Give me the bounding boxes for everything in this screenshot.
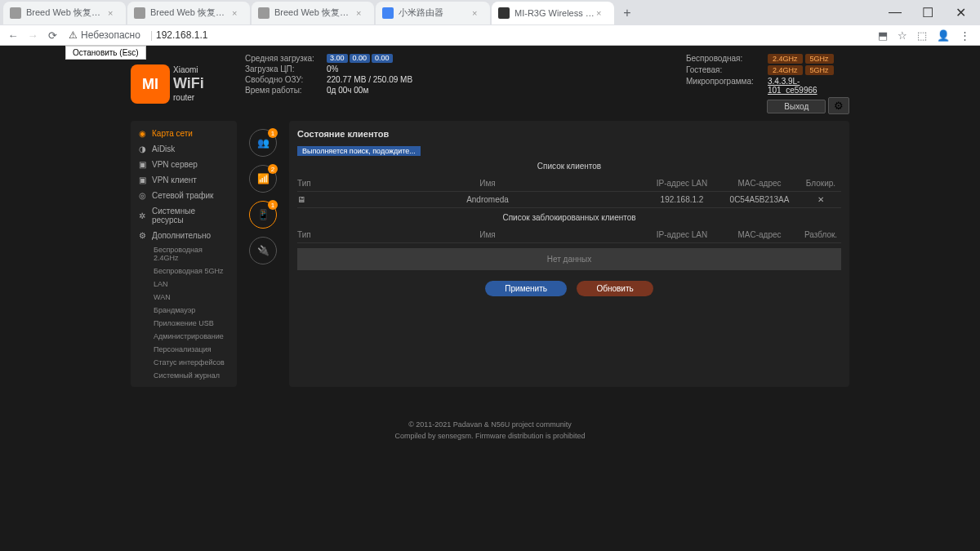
sidebar-label: VPN клиент <box>152 176 197 184</box>
block-button[interactable]: ✕ <box>800 195 841 204</box>
freq-24-chip[interactable]: 2.4GHz <box>768 54 803 64</box>
logo-sub: router <box>173 93 204 103</box>
close-icon[interactable]: × <box>596 8 608 18</box>
stat-value: 0% <box>327 64 338 73</box>
sidebar-item-vpnclient[interactable]: ▣VPN клиент <box>131 172 237 188</box>
client-name: Andromeda <box>330 195 645 204</box>
maximize-button[interactable]: ☐ <box>911 5 944 20</box>
tab-breed-3[interactable]: Breed Web 恢复控制台× <box>252 2 374 24</box>
exit-button[interactable]: Выход <box>767 100 826 113</box>
url-field[interactable]: ⚠ Небезопасно | 192.168.1.1 <box>62 29 871 41</box>
logo-brand: Xiaomi <box>173 65 204 75</box>
searching-msg: Выполняется поиск, подождите... <box>297 146 421 156</box>
sub-ifstatus[interactable]: Статус интерфейсов <box>131 356 237 369</box>
traffic-icon: ◎ <box>139 191 147 200</box>
stop-tooltip: Остановить (Esc) <box>65 46 146 60</box>
warning-icon: ⚠ <box>69 29 78 41</box>
close-icon[interactable]: × <box>472 8 483 18</box>
stat-label: Время работы: <box>245 86 327 95</box>
footer: © 2011-2021 Padavan & N56U project commu… <box>131 420 849 442</box>
stats-right: Беспроводная:2.4GHz5GHz Гостевая:2.4GHz5… <box>686 54 849 114</box>
section-title: Состояние клиентов <box>297 129 841 139</box>
router-page: MI Xiaomi WiFi router Средняя загрузка:3… <box>0 46 980 551</box>
sidebar-item-resources[interactable]: ✲Системные ресурсы <box>131 203 237 228</box>
close-icon[interactable]: × <box>356 8 368 18</box>
page-icon <box>258 7 270 19</box>
badge: 1 <box>268 128 278 138</box>
profile-icon[interactable]: 👤 <box>937 29 950 42</box>
clients-icon[interactable]: 👥1 <box>249 129 277 157</box>
page-icon <box>498 7 510 19</box>
sub-usb[interactable]: Приложение USB <box>131 317 237 330</box>
sub-wireless24[interactable]: Беспроводная 2.4GHz <box>131 243 237 264</box>
page-icon <box>382 7 394 19</box>
server-icon: ▣ <box>139 160 147 169</box>
tab-title: Breed Web 恢复控制台 <box>150 7 232 19</box>
footer-copyright: © 2011-2021 Padavan & N56U project commu… <box>131 420 849 431</box>
stat-label: Беспроводная: <box>686 54 768 64</box>
reload-button[interactable]: ⟳ <box>42 29 62 42</box>
badge: 1 <box>268 200 278 210</box>
clients-subtitle: Список клиентов <box>297 162 841 171</box>
sub-wireless5[interactable]: Беспроводная 5GHz <box>131 264 237 278</box>
close-button[interactable]: ✕ <box>944 5 977 20</box>
guest-5-chip[interactable]: 5GHz <box>805 65 834 75</box>
client-icon: ▣ <box>139 176 147 184</box>
sidebar-label: Карта сети <box>152 129 193 138</box>
logo: MI Xiaomi WiFi router <box>131 54 237 114</box>
guest-24-chip[interactable]: 2.4GHz <box>768 65 803 75</box>
sub-admin[interactable]: Администрирование <box>131 330 237 343</box>
forward-button[interactable]: → <box>23 29 42 42</box>
load-chip: 3.00 <box>327 54 348 63</box>
devices-icon[interactable]: 📱1 <box>249 201 277 229</box>
sub-syslog[interactable]: Системный журнал <box>131 369 237 382</box>
sub-lan[interactable]: LAN <box>131 278 237 291</box>
bookmark-icon[interactable]: ☆ <box>898 29 907 42</box>
close-icon[interactable]: × <box>108 8 119 18</box>
menu-icon[interactable]: ⋮ <box>960 29 970 42</box>
minimize-button[interactable]: ― <box>879 5 911 20</box>
sidebar-item-vpnserver[interactable]: ▣VPN сервер <box>131 157 237 172</box>
col-name: Имя <box>330 230 645 239</box>
table-row: 🖥 Andromeda 192.168.1.2 0C54A5B213AA ✕ <box>297 192 841 208</box>
sidebar-item-advanced[interactable]: ⚙Дополнительно <box>131 228 237 243</box>
refresh-button[interactable]: Обновить <box>577 281 653 296</box>
tab-xiaomi[interactable]: 小米路由器× <box>376 2 490 24</box>
sub-firewall[interactable]: Брандмауэр <box>131 304 237 317</box>
disk-icon: ◑ <box>139 144 147 153</box>
tab-title: MI-R3G Wireless Router <box>514 8 596 18</box>
content-panel: Состояние клиентов Выполняется поиск, по… <box>289 121 849 387</box>
tab-breed-1[interactable]: Breed Web 恢复控制台× <box>3 2 126 24</box>
apply-button[interactable]: Применить <box>485 281 567 296</box>
sidebar-item-aidisk[interactable]: ◑AiDisk <box>131 141 237 157</box>
clients-table: Тип Имя IP-адрес LAN MAC-адрес Блокир. 🖥… <box>297 176 841 208</box>
settings-icon[interactable]: ⚙ <box>828 97 849 114</box>
wifi-icon[interactable]: 📶2 <box>249 165 277 193</box>
freq-5-chip[interactable]: 5GHz <box>805 54 834 64</box>
sidebar-item-map[interactable]: ◉Карта сети <box>131 126 237 141</box>
col-ip: IP-адрес LAN <box>645 230 719 239</box>
sidebar-label: VPN сервер <box>152 160 198 169</box>
firmware-link[interactable]: 3.4.3.9L-101_ce59966 <box>768 77 849 95</box>
device-icon: 🖥 <box>297 195 330 204</box>
tab-router[interactable]: MI-R3G Wireless Router× <box>492 2 614 24</box>
blocked-table: Тип Имя IP-адрес LAN MAC-адрес Разблок. <box>297 227 841 243</box>
new-tab-button[interactable]: + <box>616 6 639 20</box>
col-type: Тип <box>297 230 330 239</box>
blocked-subtitle: Список заблокированных клиентов <box>297 213 841 222</box>
sidebar-item-traffic[interactable]: ◎Сетевой трафик <box>131 188 237 203</box>
stats-left: Средняя загрузка:3.000.000.00 Загрузка Ц… <box>245 54 678 114</box>
tab-breed-2[interactable]: Breed Web 恢复控制台× <box>127 2 250 24</box>
col-block: Блокир. <box>800 179 841 188</box>
usb-icon[interactable]: 🔌 <box>249 237 277 264</box>
col-mac: MAC-адрес <box>719 230 800 239</box>
sub-personal[interactable]: Персонализация <box>131 343 237 356</box>
globe-icon: ◉ <box>139 129 147 138</box>
client-ip: 192.168.1.2 <box>645 195 719 204</box>
sub-wan[interactable]: WAN <box>131 291 237 304</box>
back-button[interactable]: ← <box>3 29 23 42</box>
extension-icon[interactable]: ⬚ <box>917 29 927 42</box>
install-icon[interactable]: ⬒ <box>878 29 888 42</box>
stat-value: 220.77 MB / 250.09 MB <box>327 75 412 84</box>
close-icon[interactable]: × <box>232 8 243 18</box>
